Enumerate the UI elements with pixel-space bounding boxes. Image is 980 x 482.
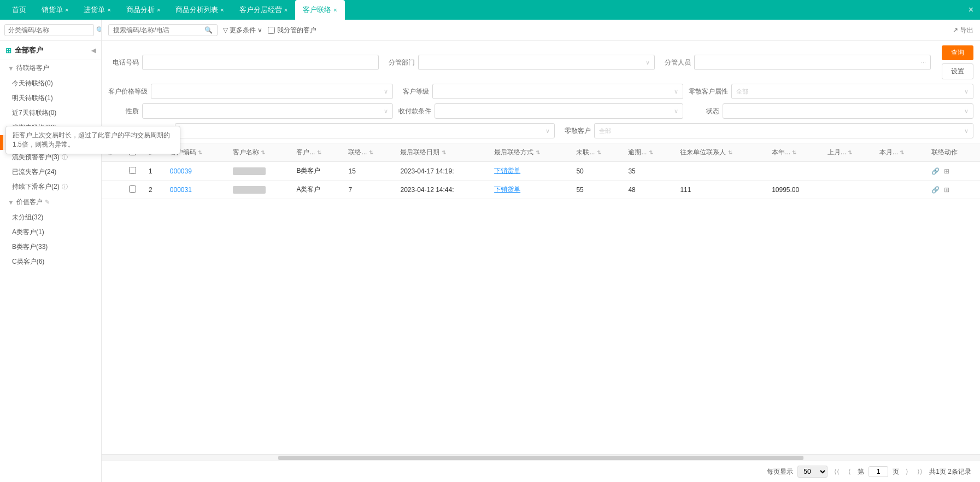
th-action: 联络动作: [926, 143, 980, 162]
sidebar-item-declining[interactable]: 持续下滑客户(2) ⓘ: [0, 179, 101, 194]
price-level-select[interactable]: ∨: [151, 84, 393, 99]
row-checkbox[interactable]: [129, 167, 136, 174]
edit-icon[interactable]: ✎: [45, 199, 50, 206]
first-page-btn[interactable]: ⟨⟨: [832, 467, 842, 477]
sort-icon-overdue[interactable]: ⇅: [649, 149, 653, 155]
next-page-btn[interactable]: ⟩: [903, 467, 911, 477]
nav-purchase[interactable]: 进货单 ×: [76, 0, 118, 20]
phone-input[interactable]: [142, 55, 379, 70]
sort-icon-unlinked[interactable]: ⇅: [597, 149, 601, 155]
data-table: ⚙ # 客户编码 ⇅ 客户名称 ⇅: [102, 143, 980, 199]
sidebar-item-churned[interactable]: 已流失客户(24): [0, 165, 101, 179]
row-code[interactable]: 000039: [165, 162, 227, 181]
row-this-month: [874, 181, 926, 199]
waiting-contact-group[interactable]: ▼ 待联络客户: [0, 60, 101, 76]
sort-icon-year[interactable]: ⇅: [792, 149, 796, 155]
chevron-down-icon: ∨: [257, 26, 262, 34]
prev-page-btn[interactable]: ⟨: [846, 467, 853, 477]
sidebar-item-class-b[interactable]: B类客户(33): [0, 240, 101, 254]
chevron-down-icon-price: ∨: [384, 88, 388, 95]
page-suffix: 页: [893, 467, 899, 477]
status-select[interactable]: ∨: [723, 103, 973, 119]
nav-goods-analysis-list[interactable]: 商品分析列表 ×: [168, 0, 231, 20]
export-btn[interactable]: ↗ 导出: [953, 26, 973, 35]
bottom-scroll-bar[interactable]: [102, 454, 980, 461]
sidebar-search-icon[interactable]: 🔍: [96, 26, 102, 34]
nav-sales-close[interactable]: ×: [65, 7, 68, 13]
action-grid-icon[interactable]: ⊞: [944, 167, 949, 175]
nav-customer-contact[interactable]: 客户联络 ×: [295, 0, 344, 20]
sort-icon-contact[interactable]: ⇅: [369, 149, 373, 155]
per-page-select[interactable]: 50 100 200: [797, 466, 828, 478]
sidebar-item-ungrouped[interactable]: 未分组(32): [0, 210, 101, 225]
sort-icon-name[interactable]: ⇅: [261, 149, 265, 155]
sort-icon-person[interactable]: ⇅: [728, 149, 732, 155]
setting-btn[interactable]: 设置: [942, 63, 973, 79]
row-unlinkaged: 55: [571, 181, 623, 199]
row-code[interactable]: 000031: [165, 181, 227, 199]
value-customers-group[interactable]: ▼ 价值客户 ✎: [0, 194, 101, 210]
nav-customer-segment-close[interactable]: ×: [284, 7, 287, 13]
my-customers-checkbox-label[interactable]: 我分管的客户: [268, 26, 316, 35]
sort-icon-lmonth[interactable]: ⇅: [848, 149, 852, 155]
filter-row-3: 性质 ∨ 收付款条件 ∨ 状态: [108, 103, 973, 119]
row-index: 2: [143, 181, 165, 199]
query-btn[interactable]: 查询: [942, 45, 973, 60]
sidebar-collapse-btn[interactable]: ◀: [91, 47, 96, 54]
all-customers-title[interactable]: ⊞ 全部客户 ◀: [0, 41, 101, 60]
action-grid-icon[interactable]: ⊞: [944, 186, 949, 194]
th-name: 客户名称 ⇅: [227, 143, 291, 162]
nav-sales[interactable]: 销货单 ×: [34, 0, 76, 20]
filter-row-2: 客户价格等级 ∨ 客户等级 ∨ 零散客户属性 全部: [108, 84, 973, 99]
sidebar-item-class-c[interactable]: C类客户(6): [0, 254, 101, 269]
window-close-btn[interactable]: ×: [969, 5, 973, 15]
sort-icon-method[interactable]: ⇅: [536, 149, 540, 155]
gender-select[interactable]: ∨: [142, 103, 393, 119]
nav-goods-analysis-close[interactable]: ×: [157, 7, 160, 13]
sidebar-item-week7[interactable]: 近7天待联络(0): [0, 106, 101, 120]
th-last-contact-method: 最后联络方式 ⇅: [489, 143, 571, 162]
row-name: [227, 162, 291, 181]
action-link-icon[interactable]: 🔗: [931, 167, 940, 175]
th-contact-person: 往来单位联系人 ⇅: [674, 143, 766, 162]
retail-customer-select[interactable]: 全部 ∨: [594, 123, 974, 138]
filter-status: 状态 ∨: [689, 103, 973, 119]
retail-attr-select[interactable]: 全部 ∨: [731, 84, 973, 99]
sidebar-item-class-a[interactable]: A类客户(1): [0, 225, 101, 240]
nav-purchase-close[interactable]: ×: [107, 7, 110, 13]
page-input[interactable]: [868, 466, 888, 477]
info-icon-churn[interactable]: ⓘ: [62, 153, 68, 161]
nav-goods-analysis-list-close[interactable]: ×: [220, 7, 224, 13]
customer-type-select[interactable]: ∨: [175, 123, 555, 138]
manager-more-icon[interactable]: ···: [921, 59, 926, 66]
manager-select[interactable]: ···: [694, 55, 931, 70]
row-checkbox[interactable]: [129, 185, 136, 193]
my-customers-checkbox[interactable]: [268, 27, 275, 34]
info-icon-declining[interactable]: ⓘ: [62, 183, 68, 191]
sidebar-search-input[interactable]: [4, 24, 94, 36]
sort-icon-level[interactable]: ⇅: [317, 149, 321, 155]
nav-goods-analysis[interactable]: 商品分析 ×: [119, 0, 168, 20]
customer-level-select[interactable]: ∨: [432, 84, 683, 99]
sort-icon-code[interactable]: ⇅: [198, 149, 202, 155]
last-page-btn[interactable]: ⟩⟩: [915, 467, 925, 477]
action-link-icon[interactable]: 🔗: [931, 186, 940, 194]
payment-select[interactable]: ∨: [435, 103, 683, 119]
sort-icon-date[interactable]: ⇅: [442, 149, 446, 155]
dept-select[interactable]: ∨: [418, 55, 655, 70]
sidebar-item-today[interactable]: 今天待联络(0): [0, 76, 101, 91]
nav-customer-contact-close[interactable]: ×: [333, 7, 337, 13]
row-this-year: [766, 162, 822, 181]
row-last-contact-method[interactable]: 下销货单: [489, 162, 571, 181]
th-this-month: 本月... ⇅: [874, 143, 926, 162]
row-last-contact-method[interactable]: 下销货单: [489, 181, 571, 199]
sort-icon-month[interactable]: ⇅: [900, 149, 904, 155]
scroll-thumb[interactable]: [278, 456, 804, 460]
more-conditions-btn[interactable]: ▽ 更多条件 ∨: [223, 26, 262, 35]
nav-customer-segment[interactable]: 客户分层经营 ×: [232, 0, 295, 20]
nav-home[interactable]: 首页: [4, 0, 34, 20]
search-input[interactable]: [113, 26, 204, 34]
sidebar-item-tomorrow[interactable]: 明天待联络(1): [0, 91, 101, 106]
search-icon[interactable]: 🔍: [204, 26, 213, 34]
row-index: 1: [143, 162, 165, 181]
